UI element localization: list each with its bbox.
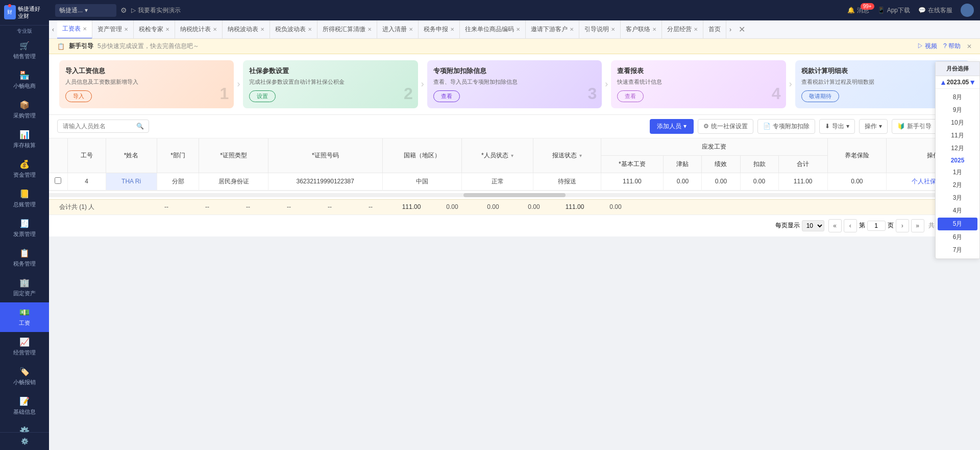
month-item-2025[interactable]: 2025 [936, 155, 979, 166]
step-btn-3[interactable]: 查看 [617, 90, 644, 102]
month-item-4月[interactable]: 4月 [936, 204, 979, 217]
sidebar-item-marketing[interactable]: 🏷️ 小畅报销 [0, 362, 49, 391]
month-item-2月[interactable]: 2月 [936, 179, 979, 192]
search-box[interactable]: 🔍 [57, 120, 149, 133]
settings-icon[interactable]: ⚙ [120, 6, 127, 14]
month-item-11月[interactable]: 11月 [936, 129, 979, 142]
month-item-3月[interactable]: 3月 [936, 192, 979, 204]
step-btn-2[interactable]: 查看 [433, 90, 460, 102]
guide-video-button[interactable]: ▷ 视频 [917, 42, 937, 51]
tab-close-icon[interactable]: ✕ [165, 27, 169, 32]
sidebar-item-capital[interactable]: 💰 资金管理 [0, 154, 49, 184]
horizontal-scrollbar[interactable] [49, 191, 980, 199]
tab-邀请下游客户[interactable]: 邀请下游客户✕ [526, 20, 579, 39]
tab-往来单位商品编码[interactable]: 往来单位商品编码✕ [460, 20, 526, 39]
online-service-button[interactable]: 💬 在线客服 [918, 6, 952, 15]
tab-close-icon[interactable]: ✕ [308, 27, 312, 32]
operations-button[interactable]: 操作 ▾ [859, 119, 888, 134]
month-item-5月[interactable]: 5月 [938, 218, 977, 230]
tab-close-icon[interactable]: ✕ [694, 27, 698, 32]
tab-进入清册[interactable]: 进入清册✕ [377, 20, 419, 39]
page-number-input[interactable] [867, 221, 886, 231]
month-item-1月[interactable]: 1月 [936, 166, 979, 179]
tab-纳税统计表[interactable]: 纳税统计表✕ [175, 20, 223, 39]
tab-纳税波动表[interactable]: 纳税波动表✕ [223, 20, 270, 39]
tab-add-button[interactable]: ✕ [734, 25, 749, 34]
tab-prev-button[interactable]: ‹ [49, 26, 57, 33]
tab-close-icon[interactable]: ✕ [260, 27, 264, 32]
tab-税务申报[interactable]: 税务申报✕ [419, 20, 460, 39]
prev-page-button[interactable]: ‹ [844, 219, 857, 232]
tab-close-icon[interactable]: ✕ [368, 27, 372, 32]
tab-工资表[interactable]: 工资表✕ [57, 20, 92, 39]
first-page-button[interactable]: « [828, 219, 842, 232]
step-btn-4[interactable]: 敬请期待 [801, 90, 839, 102]
tab-所得税汇算清缴[interactable]: 所得税汇算清缴✕ [317, 20, 377, 39]
month-picker-prev-button[interactable]: ▲ [940, 78, 947, 86]
sidebar-item-basic[interactable]: 📝 基础信息 [0, 391, 49, 421]
sidebar-item-invoice[interactable]: 🧾 发票管理 [0, 214, 49, 243]
special-deduct-button[interactable]: 📄 专项附加扣除 [757, 119, 815, 134]
month-item-7月[interactable]: 7月 [936, 244, 979, 256]
sidebar-item-assets[interactable]: 🏢 固定资产 [0, 273, 49, 302]
add-employee-button[interactable]: 添加人员 ▾ [650, 119, 694, 134]
guide-close-button[interactable]: ✕ [967, 43, 972, 50]
page-size-selector[interactable]: 每页显示 10 20 50 [775, 220, 824, 231]
tab-next-button[interactable]: › [726, 26, 734, 33]
guide-help-button[interactable]: ? 帮助 [943, 42, 961, 51]
message-button[interactable]: 🔔 消息 99+ [847, 6, 869, 15]
row-checkbox[interactable] [55, 177, 61, 184]
sidebar-item-ledger[interactable]: 📒 总账管理 [0, 184, 49, 214]
tab-首页[interactable]: 首页 [703, 20, 726, 39]
tab-close-icon[interactable]: ✕ [611, 27, 615, 32]
sidebar-item-salary[interactable]: 💵 工资 [0, 302, 49, 332]
sidebar-item-purchase[interactable]: 📦 采购管理 [0, 95, 49, 125]
operations-icon: 📈 [19, 337, 30, 347]
guide-button[interactable]: 🔰 新手引导 [892, 119, 937, 134]
tab-close-icon[interactable]: ✕ [516, 27, 520, 32]
last-page-button[interactable]: » [911, 219, 924, 232]
tab-close-icon[interactable]: ✕ [652, 27, 656, 32]
tab-close-icon[interactable]: ✕ [450, 27, 454, 32]
user-avatar[interactable] [961, 4, 974, 17]
export-button[interactable]: ⬇ 导出 ▾ [819, 119, 855, 134]
page-size-select[interactable]: 10 20 50 [802, 220, 824, 231]
month-item-12月[interactable]: 12月 [936, 142, 979, 155]
tab-close-icon[interactable]: ✕ [570, 27, 574, 32]
next-page-button[interactable]: › [896, 219, 909, 232]
demo-button[interactable]: ▷ 我要看实例演示 [131, 6, 181, 15]
sidebar-item-sales[interactable]: 🛒 销售管理 [0, 36, 49, 65]
tab-close-icon[interactable]: ✕ [83, 26, 87, 32]
month-item-6月[interactable]: 6月 [936, 231, 979, 244]
tab-客户联络[interactable]: 客户联络✕ [621, 20, 662, 39]
tab-资产管理[interactable]: 资产管理✕ [92, 20, 134, 39]
sidebar-settings-button[interactable]: ⚙️ [0, 433, 49, 450]
sidebar-item-operations[interactable]: 📈 经营管理 [0, 332, 49, 362]
sidebar-item-tax[interactable]: 📋 税务管理 [0, 243, 49, 273]
sidebar-logo[interactable]: 财 畅捷通好业财 [0, 0, 49, 26]
tab-分层经营[interactable]: 分层经营✕ [662, 20, 703, 39]
row-checkbox-cell[interactable] [49, 173, 67, 190]
app-download-button[interactable]: 📱 App下载 [877, 6, 910, 15]
company-dropdown[interactable]: 畅捷通... ▾ [55, 4, 116, 17]
individual-social-button[interactable]: 个人社保 [912, 178, 936, 185]
month-item-9月[interactable]: 9月 [936, 104, 979, 116]
step-btn-0[interactable]: 导入 [65, 90, 92, 102]
tab-引导说明[interactable]: 引导说明✕ [579, 20, 621, 39]
sidebar-item-ecommerce[interactable]: 🏪 小畅电商 [0, 65, 49, 95]
unified-social-button[interactable]: ⚙ 统一社保设置 [698, 119, 753, 134]
sidebar-item-system[interactable]: ⚙️ 系统管理 [0, 421, 49, 432]
tab-close-icon[interactable]: ✕ [409, 27, 413, 32]
month-item-10月[interactable]: 10月 [936, 116, 979, 129]
month-item-8月[interactable]: 8月 [936, 91, 979, 104]
step-btn-1[interactable]: 设置 [249, 90, 276, 102]
search-input[interactable] [63, 123, 134, 130]
sidebar-item-inventory[interactable]: 📊 库存核算 [0, 125, 49, 154]
tab-close-icon[interactable]: ✕ [124, 27, 128, 32]
footer-dash-1: -- [146, 203, 187, 210]
tab-close-icon[interactable]: ✕ [213, 27, 217, 32]
report-status-header: 报送状态 ▾ [533, 138, 601, 173]
month-picker-next-button[interactable]: ▼ [969, 78, 976, 86]
tab-税检专家[interactable]: 税检专家✕ [134, 20, 175, 39]
tab-税负波动表[interactable]: 税负波动表✕ [270, 20, 317, 39]
